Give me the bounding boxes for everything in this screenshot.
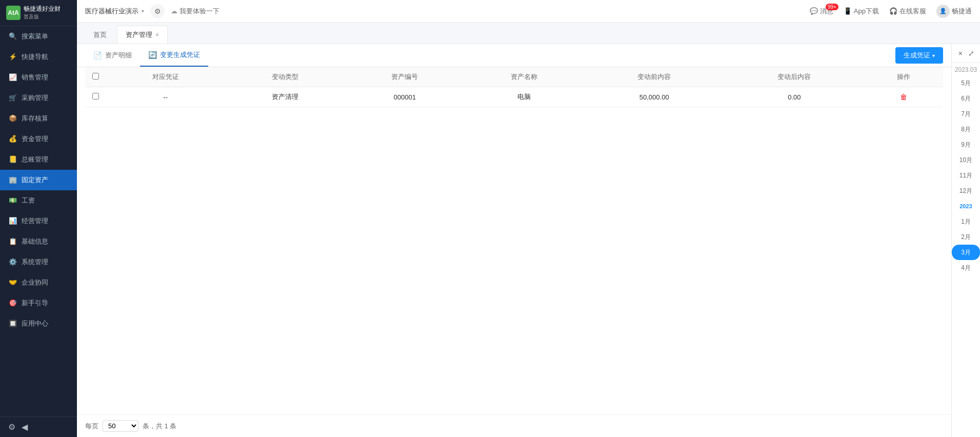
expand-panel-icon[interactable]: ⤢ xyxy=(967,48,976,58)
collapse-icon[interactable]: ◀ xyxy=(22,422,28,432)
header-change-type: 变动类型 xyxy=(225,67,345,87)
cell-change-type: 资产清理 xyxy=(225,87,345,107)
cell-asset-name: 电脑 xyxy=(465,87,584,107)
sidebar-item-system[interactable]: ⚙️ 系统管理 xyxy=(0,252,77,272)
tab-change-voucher[interactable]: 🔄 变更生成凭证 xyxy=(140,44,208,67)
ledger-icon: 📒 xyxy=(8,155,17,164)
sidebar-item-payroll[interactable]: 💵 工资 xyxy=(0,190,77,211)
sidebar-item-fixed-assets[interactable]: 🏢 固定资产 xyxy=(0,170,77,190)
sidebar-menu: 🔍 搜索菜单 ⚡ 快捷导航 📈 销售管理 🛒 采购管理 📦 库存核算 💰 资金管… xyxy=(0,26,77,416)
year-marker: 2023 xyxy=(952,198,980,214)
month-10[interactable]: 10月 xyxy=(952,152,980,168)
tab-bar: 首页 资产管理 × xyxy=(77,23,980,44)
table-header-row: 对应凭证 变动类型 资产编号 资产名称 变动前内容 变动后内容 操作 xyxy=(85,67,943,87)
inner-tab-bar: 📄 资产明细 🔄 变更生成凭证 生成凭证 ▾ xyxy=(77,44,951,67)
sidebar-item-label: 销售管理 xyxy=(22,73,48,82)
download-icon: 📱 xyxy=(844,7,852,15)
system-icon: ⚙️ xyxy=(8,257,17,267)
company-name: 医疗器械行业演示 xyxy=(85,7,138,16)
topbar-right: 💬 消息 99+ 📱 App下载 🎧 在线客服 👤 畅捷通 xyxy=(810,5,972,18)
app-download-button[interactable]: 📱 App下载 xyxy=(844,7,879,16)
avatar: 👤 xyxy=(936,5,950,18)
refresh-icon: 🔄 xyxy=(148,51,157,59)
sidebar: AtA 畅捷通好业财 普及版 🔍 搜索菜单 ⚡ 快捷导航 📈 销售管理 🛒 采购… xyxy=(0,0,77,437)
cell-asset-code: 000001 xyxy=(345,87,465,107)
months-list: 5月6月7月8月9月10月11月12月20231月2月3月4月 xyxy=(952,75,980,437)
month-8[interactable]: 8月 xyxy=(952,122,980,137)
logo-icon: AtA xyxy=(6,6,21,20)
basic-info-icon: 📋 xyxy=(8,237,17,246)
sidebar-item-quick-nav[interactable]: ⚡ 快捷导航 xyxy=(0,47,77,67)
sidebar-item-collab[interactable]: 🤝 企业协同 xyxy=(0,272,77,293)
total-count: 条，共 1 条 xyxy=(143,422,176,431)
month-1[interactable]: 1月 xyxy=(952,214,980,229)
row-checkbox[interactable] xyxy=(92,93,99,100)
year-label: 2023.03 xyxy=(952,63,980,75)
month-5[interactable]: 5月 xyxy=(952,75,980,91)
close-panel-icon[interactable]: × xyxy=(956,48,965,58)
month-9[interactable]: 9月 xyxy=(952,137,980,152)
month-3[interactable]: 3月 xyxy=(952,245,980,260)
fixed-assets-icon: 🏢 xyxy=(8,175,17,185)
month-11[interactable]: 11月 xyxy=(952,168,980,183)
per-page-select[interactable]: 50 10 20 100 xyxy=(103,420,138,432)
generate-voucher-button[interactable]: 生成凭证 ▾ xyxy=(895,47,943,64)
company-selector[interactable]: 医疗器械行业演示 ▾ xyxy=(85,7,144,16)
tab-asset-detail[interactable]: 📄 资产明细 xyxy=(85,45,140,66)
sidebar-item-label: 资金管理 xyxy=(22,134,48,144)
sidebar-item-label: 采购管理 xyxy=(22,93,48,103)
main-content: 医疗器械行业演示 ▾ ⚙ ☁ 我要体验一下 💬 消息 99+ 📱 App下载 🎧… xyxy=(77,0,980,437)
user-menu[interactable]: 👤 畅捷通 xyxy=(936,5,972,18)
settings-bottom-icon[interactable]: ⚙ xyxy=(8,422,15,432)
month-7[interactable]: 7月 xyxy=(952,106,980,122)
tab-close-icon[interactable]: × xyxy=(155,31,159,38)
sidebar-item-label: 新手引导 xyxy=(22,299,48,308)
sidebar-item-label: 经营管理 xyxy=(22,216,48,226)
online-support-button[interactable]: 🎧 在线客服 xyxy=(889,7,926,16)
app-logo: AtA 畅捷通好业财 普及版 xyxy=(0,0,77,26)
sidebar-bottom: ⚙ ◀ xyxy=(0,416,77,437)
sidebar-item-inventory[interactable]: 📦 库存核算 xyxy=(0,108,77,129)
message-button[interactable]: 💬 消息 99+ xyxy=(810,7,833,16)
panel-header: × ⤢ xyxy=(952,44,980,63)
month-4[interactable]: 4月 xyxy=(952,260,980,275)
content-main: 📄 资产明细 🔄 变更生成凭证 生成凭证 ▾ xyxy=(77,44,951,437)
sidebar-item-ledger[interactable]: 📒 总账管理 xyxy=(0,149,77,170)
select-all-checkbox[interactable] xyxy=(92,73,99,80)
header-voucher: 对应凭证 xyxy=(106,67,225,87)
collab-icon: 🤝 xyxy=(8,278,17,287)
sidebar-item-purchase[interactable]: 🛒 采购管理 xyxy=(0,88,77,108)
company-arrow-icon: ▾ xyxy=(142,8,144,14)
per-page-label: 每页 xyxy=(85,422,98,431)
cell-action: 🗑 xyxy=(865,87,944,107)
month-2[interactable]: 2月 xyxy=(952,229,980,245)
sidebar-item-sales[interactable]: 📈 销售管理 xyxy=(0,67,77,88)
month-6[interactable]: 6月 xyxy=(952,91,980,106)
row-checkbox-cell xyxy=(85,87,106,107)
sidebar-item-label: 企业协同 xyxy=(22,278,48,287)
topbar-settings-button[interactable]: ⚙ xyxy=(150,4,165,18)
sidebar-item-app-center[interactable]: 🔲 应用中心 xyxy=(0,313,77,334)
sidebar-item-guide[interactable]: 🎯 新手引导 xyxy=(0,293,77,313)
trial-button[interactable]: ☁ 我要体验一下 xyxy=(171,7,219,16)
sidebar-item-operations[interactable]: 📊 经营管理 xyxy=(0,211,77,231)
delete-icon[interactable]: 🗑 xyxy=(900,93,907,101)
header-asset-name: 资产名称 xyxy=(465,67,584,87)
quick-nav-icon: ⚡ xyxy=(8,52,17,62)
data-table: 对应凭证 变动类型 资产编号 资产名称 变动前内容 变动后内容 操作 xyxy=(77,67,951,414)
month-12[interactable]: 12月 xyxy=(952,183,980,198)
payroll-icon: 💵 xyxy=(8,196,17,205)
guide-icon: 🎯 xyxy=(8,299,17,308)
sidebar-item-label: 基础信息 xyxy=(22,237,48,246)
headset-icon: 🎧 xyxy=(889,7,897,15)
sidebar-item-finance[interactable]: 💰 资金管理 xyxy=(0,129,77,149)
sidebar-item-basic-info[interactable]: 📋 基础信息 xyxy=(0,231,77,252)
finance-icon: 💰 xyxy=(8,134,17,144)
app-center-icon: 🔲 xyxy=(8,319,17,328)
gear-icon: ⚙ xyxy=(154,7,161,15)
sidebar-item-search[interactable]: 🔍 搜索菜单 xyxy=(0,26,77,47)
tab-asset-management[interactable]: 资产管理 × xyxy=(117,26,168,44)
tab-home[interactable]: 首页 xyxy=(85,26,115,44)
search-icon: 🔍 xyxy=(8,32,17,41)
sales-icon: 📈 xyxy=(8,73,17,82)
